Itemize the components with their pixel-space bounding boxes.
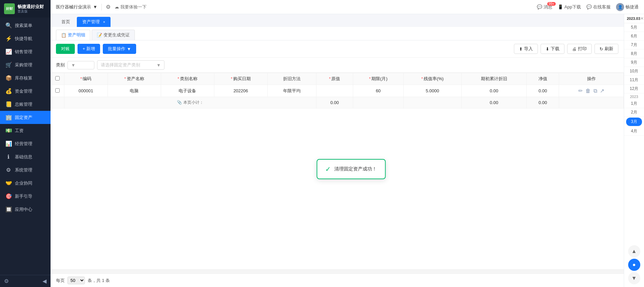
close-panel-icon[interactable]: ✕ xyxy=(640,16,644,21)
sidebar-item-sales[interactable]: 📈销售管理 xyxy=(0,45,51,58)
header-residual-rate: *残值率(%) xyxy=(403,73,461,85)
import-btn[interactable]: ⬆ 导入 xyxy=(514,44,538,54)
sidebar-item-management[interactable]: 📊经营管理 xyxy=(0,137,51,150)
header-actions: 操作 xyxy=(559,73,624,85)
calendar-up-btn[interactable]: ▲ xyxy=(628,245,640,257)
row-residual-rate: 5.0000 xyxy=(403,85,461,97)
app-name: 畅捷通好业财 xyxy=(18,4,44,9)
sidebar-item-inventory[interactable]: 📦库存核算 xyxy=(0,71,51,85)
row-checkbox[interactable] xyxy=(55,88,60,93)
delete-icon[interactable]: 🗑 xyxy=(585,88,591,94)
row-initial-accumulated: 0.00 xyxy=(461,85,527,97)
subtotal-label-cell: 📎 本页小计： xyxy=(64,97,316,108)
category-type-select[interactable]: ▼ xyxy=(67,61,94,69)
messages-btn[interactable]: 💬 消息 99+ xyxy=(537,4,552,10)
sidebar-label-fund: 资金管理 xyxy=(15,88,32,94)
sub-tab-change-voucher[interactable]: 📝 变更生成凭证 xyxy=(92,30,135,40)
month-12[interactable]: 12月 xyxy=(624,85,644,93)
tab-home[interactable]: 首页 xyxy=(56,17,75,27)
collapse-icon[interactable]: ◀ xyxy=(42,278,47,284)
sidebar-icon-inventory: 📦 xyxy=(5,75,11,81)
total-count: 条，共 1 条 xyxy=(88,278,110,284)
more-icon[interactable]: ↗ xyxy=(600,88,604,94)
calendar-down-btn[interactable]: ▼ xyxy=(628,272,640,284)
download-btn[interactable]: ⬇ 下载 xyxy=(541,44,564,54)
edit-icon[interactable]: ✏ xyxy=(578,88,583,94)
table-row: 000001 电脑 电子设备 202206 年限平均 60 5.0000 0.0… xyxy=(51,85,624,97)
table-wrap: *编码 *资产名称 *类别名称 *购买日期 折旧方法 *原值 *期限(月) *残… xyxy=(51,73,624,269)
batch-dropdown-icon: ▼ xyxy=(127,46,131,52)
sidebar-item-purchase[interactable]: 🛒采购管理 xyxy=(0,58,51,71)
sidebar-item-basic-info[interactable]: ℹ基础信息 xyxy=(0,150,51,163)
sub-tab-label-2: 变更生成凭证 xyxy=(103,32,130,38)
topbar-settings-icon[interactable]: ⚙ xyxy=(106,4,111,10)
category-label: 类别 xyxy=(56,62,65,68)
month-4[interactable]: 4月 xyxy=(624,127,644,136)
topbar-divider xyxy=(101,4,102,10)
sidebar-icon-system: ⚙ xyxy=(5,167,11,173)
online-service-btn[interactable]: 💬 在线客服 xyxy=(586,4,611,10)
user-profile-btn[interactable]: 👤 畅捷通 xyxy=(616,3,639,11)
page-size-select[interactable]: 50 100 200 xyxy=(67,277,85,284)
month-9[interactable]: 9月 xyxy=(624,58,644,67)
category-placeholder: 请选择固定资产类别 xyxy=(101,62,140,68)
month-7[interactable]: 7月 xyxy=(624,41,644,50)
refresh-btn[interactable]: ↻ 刷新 xyxy=(594,44,618,54)
sidebar-icon-basic-info: ℹ xyxy=(5,154,11,160)
company-selector[interactable]: 医疗器械行业演示 ▼ xyxy=(56,4,97,10)
month-5[interactable]: 5月 xyxy=(624,23,644,32)
toast-overlay: ✓ 清理固定资产成功！ xyxy=(316,159,386,179)
sidebar-item-system[interactable]: ⚙系统管理 xyxy=(0,163,51,177)
right-panel: 2023.03 ✕ ⛶ 5月 6月 7月 8月 9月 10月 11月 12月 2… xyxy=(624,14,644,287)
add-btn[interactable]: + 新增 xyxy=(78,44,100,54)
reconcile-label: 对账 xyxy=(61,46,70,52)
copy-icon[interactable]: ⧉ xyxy=(593,88,597,94)
sidebar-bottom: ⚙ ◀ xyxy=(0,275,51,287)
sidebar-item-app-center[interactable]: 🔲应用中心 xyxy=(0,203,51,216)
sidebar-item-quick-nav[interactable]: ⚡快捷导航 xyxy=(0,32,51,45)
tab-close-icon[interactable]: × xyxy=(103,20,105,24)
month-2[interactable]: 2月 xyxy=(624,108,644,117)
reconcile-btn[interactable]: 对账 xyxy=(56,44,75,54)
settings-icon[interactable]: ⚙ xyxy=(4,278,9,284)
category-input-arrow: ▼ xyxy=(156,63,161,68)
app-download-label: App下载 xyxy=(564,4,581,10)
month-8[interactable]: 8月 xyxy=(624,50,644,58)
sub-tab-icon-1: 📋 xyxy=(61,33,66,38)
experience-btn[interactable]: ☁ 我要体验一下 xyxy=(115,4,147,10)
tab-home-label: 首页 xyxy=(61,19,70,24)
sub-tab-asset-detail[interactable]: 📋 资产明细 xyxy=(56,30,90,40)
header-code: *编码 xyxy=(64,73,108,85)
month-11[interactable]: 11月 xyxy=(624,76,644,85)
month-6[interactable]: 6月 xyxy=(624,32,644,41)
content-area: 首页 资产管理 × 📋 资产明细 📝 变更生成凭证 xyxy=(51,14,644,287)
month-10[interactable]: 10月 xyxy=(624,67,644,76)
app-download-btn[interactable]: 📱 App下载 xyxy=(558,4,581,10)
month-1[interactable]: 1月 xyxy=(624,99,644,108)
category-search-input[interactable]: 请选择固定资产类别 ▼ xyxy=(97,60,164,70)
sidebar-item-general-ledger[interactable]: 📒总账管理 xyxy=(0,98,51,111)
select-all-checkbox[interactable] xyxy=(55,76,60,81)
calendar-circle-btn[interactable]: ● xyxy=(628,259,640,271)
topbar: 医疗器械行业演示 ▼ ⚙ ☁ 我要体验一下 💬 消息 99+ 📱 App下载 💬… xyxy=(51,0,644,14)
tab-asset-management[interactable]: 资产管理 × xyxy=(77,17,111,27)
sidebar-item-guide[interactable]: 🎯新手引导 xyxy=(0,190,51,203)
row-checkbox-cell xyxy=(51,85,64,97)
sidebar-item-payroll[interactable]: 💵工资 xyxy=(0,124,51,137)
print-btn[interactable]: 🖨 打印 xyxy=(567,44,592,54)
sidebar-label-app-center: 应用中心 xyxy=(15,206,32,213)
sidebar-item-fixed-assets[interactable]: 🏢固定资产 xyxy=(0,111,51,124)
sidebar-item-enterprise[interactable]: 🤝企业协同 xyxy=(0,177,51,190)
sidebar-label-management: 经营管理 xyxy=(15,141,32,147)
sub-tab-label-1: 资产明细 xyxy=(68,32,85,38)
row-code: 000001 xyxy=(64,85,108,97)
batch-btn[interactable]: 批量操作 ▼ xyxy=(103,44,136,54)
horizontal-scrollbar[interactable] xyxy=(51,269,624,274)
download-label: 下载 xyxy=(551,46,559,52)
sidebar-item-fund[interactable]: 💰资金管理 xyxy=(0,85,51,98)
month-3-current[interactable]: 3月 xyxy=(626,118,642,126)
sidebar-item-search[interactable]: 🔍搜索菜单 xyxy=(0,19,51,32)
sidebar-icon-purchase: 🛒 xyxy=(5,62,11,68)
batch-label: 批量操作 xyxy=(108,46,125,52)
sidebar: 好财 畅捷通好业财 普及版 🔍搜索菜单⚡快捷导航📈销售管理🛒采购管理📦库存核算💰… xyxy=(0,0,51,287)
